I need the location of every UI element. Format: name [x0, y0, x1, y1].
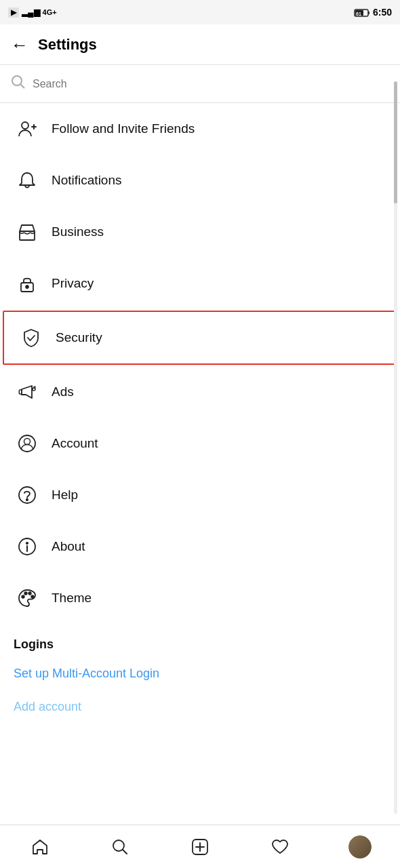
menu-item-theme[interactable]: Theme	[0, 572, 400, 624]
shop-icon	[14, 218, 41, 245]
multi-account-text: Set up Multi-Account Login	[14, 667, 159, 680]
menu-label-about: About	[52, 539, 85, 554]
bottom-nav	[0, 825, 400, 868]
menu-label-business: Business	[52, 224, 104, 239]
svg-line-27	[123, 850, 127, 854]
svg-point-22	[22, 595, 24, 598]
svg-point-18	[26, 499, 28, 500]
logins-title: Logins	[14, 637, 54, 651]
svg-point-24	[28, 592, 31, 595]
shield-check-icon	[18, 324, 45, 351]
menu-item-help[interactable]: Help	[0, 469, 400, 521]
add-account-text: Add account	[14, 700, 81, 713]
svg-point-6	[22, 122, 28, 129]
svg-marker-12	[22, 386, 32, 398]
menu-label-account: Account	[52, 436, 98, 451]
app-indicator: ▶	[8, 7, 19, 18]
home-icon	[31, 837, 49, 856]
heart-icon	[271, 837, 289, 856]
back-button[interactable]: ←	[11, 36, 28, 54]
svg-point-23	[24, 592, 27, 595]
page-title: Settings	[38, 36, 97, 54]
scroll-track	[394, 81, 397, 814]
megaphone-icon	[14, 378, 41, 406]
header: ← Settings	[0, 24, 400, 65]
svg-point-25	[31, 595, 34, 598]
bell-icon	[14, 167, 41, 194]
menu-item-about[interactable]: About	[0, 521, 400, 572]
menu-label-follow: Follow and Invite Friends	[52, 121, 195, 136]
menu-label-notifications: Notifications	[52, 173, 122, 188]
status-right: 61 6:50	[354, 7, 392, 18]
menu-item-account[interactable]: Account	[0, 418, 400, 469]
palette-icon	[14, 585, 41, 612]
menu-item-privacy[interactable]: Privacy	[0, 258, 400, 309]
menu-label-security: Security	[56, 330, 102, 345]
menu-item-notifications[interactable]: Notifications	[0, 155, 400, 206]
menu-label-ads: Ads	[52, 384, 74, 399]
menu-label-theme: Theme	[52, 591, 92, 606]
multi-account-link[interactable]: Set up Multi-Account Login	[0, 657, 400, 690]
main-content: Follow and Invite Friends Notifications	[0, 65, 400, 771]
add-person-icon	[14, 115, 41, 142]
status-bar: ▶ ▂▄▆ 4G+ 61 6:50	[0, 0, 400, 24]
svg-point-4	[12, 76, 22, 85]
svg-point-16	[24, 439, 31, 445]
menu-item-business[interactable]: Business	[0, 206, 400, 258]
nav-add[interactable]	[180, 830, 220, 864]
svg-rect-2	[368, 12, 369, 14]
time-display: 6:50	[373, 7, 392, 18]
nav-home[interactable]	[20, 830, 60, 864]
network-type: 4G+	[43, 8, 57, 16]
add-account-link[interactable]: Add account	[0, 690, 400, 724]
question-circle-icon	[14, 481, 41, 509]
nav-heart[interactable]	[260, 830, 300, 864]
svg-point-21	[26, 542, 28, 544]
info-circle-icon	[14, 533, 41, 560]
svg-rect-9	[20, 231, 35, 240]
search-icon	[11, 75, 26, 93]
search-nav-icon	[111, 837, 129, 856]
menu-label-help: Help	[52, 488, 78, 502]
menu-item-security[interactable]: Security	[3, 311, 397, 365]
nav-search[interactable]	[100, 830, 140, 864]
search-container	[0, 65, 400, 103]
add-icon	[191, 837, 209, 856]
search-input[interactable]	[33, 78, 389, 90]
svg-point-14	[34, 387, 35, 388]
search-bar	[11, 75, 389, 93]
lock-icon	[14, 270, 41, 297]
nav-profile[interactable]	[340, 830, 380, 864]
battery-icon: 61	[354, 7, 370, 18]
svg-text:61: 61	[356, 12, 361, 16]
settings-list: Follow and Invite Friends Notifications	[0, 103, 400, 624]
person-circle-icon	[14, 430, 41, 457]
logins-section-header: Logins	[0, 624, 400, 657]
svg-line-5	[21, 85, 25, 89]
menu-item-follow[interactable]: Follow and Invite Friends	[0, 103, 400, 155]
status-left: ▶ ▂▄▆ 4G+	[8, 7, 57, 18]
avatar	[348, 835, 372, 859]
scroll-thumb[interactable]	[394, 81, 397, 203]
menu-item-ads[interactable]: Ads	[0, 366, 400, 418]
menu-label-privacy: Privacy	[52, 276, 94, 291]
svg-point-11	[26, 285, 28, 288]
signal-bars: ▂▄▆	[22, 7, 40, 17]
